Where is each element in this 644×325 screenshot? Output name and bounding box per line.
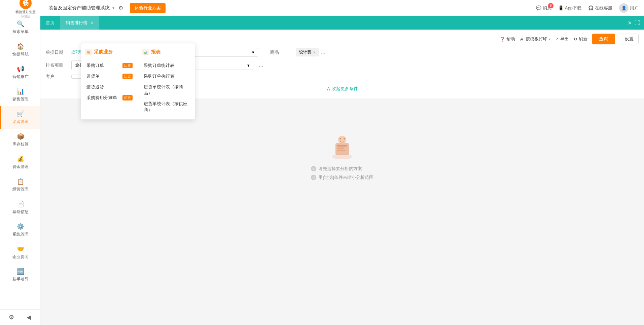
sidebar-item-enterprise[interactable]: 🤝 企业协同 [0,241,40,264]
tab-expand-icon[interactable]: ⛶ [635,20,640,26]
main-layout: 🔍 搜索菜单 🏠 快捷导航 📢 营销推广 📊 销售管理 🛒 采购管理 📦 库存核… [0,16,644,325]
tab-close-all-icon[interactable]: ✕ [628,20,632,26]
sidebar-item-guide[interactable]: 🆕 新手引导 [0,264,40,286]
status-select[interactable]: ▾ [191,48,258,57]
refresh-icon: ↻ [574,37,577,42]
collapse-up-icon: ⋀ [327,86,330,91]
goods-tag: 设计费 × [296,48,319,56]
system-title-area: 装备及固定资产辅助管理系统 ▾ ⚙ 体验行业方案 [48,3,536,13]
query-button[interactable]: 查询 [592,34,615,44]
svg-point-6 [339,138,341,139]
user-item[interactable]: 👤 用户 [619,3,639,13]
sidebar-item-search[interactable]: 🔍 搜索菜单 [0,16,40,39]
empty-text-2: ② 用[过滤]条件来缩小分析范围 [311,174,373,180]
title-dropdown-arrow[interactable]: ▾ [112,6,114,10]
online-service-label: 在线客服 [595,5,612,11]
goods-label: 商品 [270,49,290,55]
sidebar-label-finance: 资金管理 [12,164,29,170]
report-section-title: 📊 报表 [142,47,191,57]
sidebar: 🔍 搜索菜单 🏠 快捷导航 📢 营销推广 📊 销售管理 🛒 采购管理 📦 库存核… [0,16,40,325]
sidebar-item-quick-nav[interactable]: 🏠 快捷导航 [0,39,40,61]
user-label: 用户 [630,5,639,11]
logo-area: 畅 畅捷通好生意 标准版 [5,0,46,19]
settings-button[interactable]: 设置 [620,34,639,44]
dropdown-item-report-3[interactable]: 进货单统计表（按供应商） [142,98,191,115]
purchase-section-title: ⊞ 采购业务 [85,47,134,57]
guide-icon: 🆕 [17,268,24,275]
svg-point-7 [344,138,345,139]
sidebar-label-marketing: 营销推广 [12,74,29,80]
help-icon: ❓ [500,37,505,42]
sidebar-collapse-btn[interactable]: ◀ [27,314,31,321]
dropdown-item-purchase-expense[interactable]: 采购费用分摊单 历史 [85,92,134,103]
app-download-label: App下载 [565,5,581,11]
system-icon: ⚙️ [17,223,24,230]
sidebar-item-basic-info[interactable]: 📄 基础信息 [0,196,40,219]
system-settings-icon[interactable]: ⚙ [117,3,124,12]
phone-icon: 📱 [558,5,564,10]
content-area: 首页 销售排行榜 ✕ ✕ ⛶ ❓ 帮助 [40,16,644,325]
industry-button[interactable]: 体验行业方案 [130,3,166,13]
sidebar-item-finance[interactable]: 💰 资金管理 [0,151,40,174]
dropdown-menu: ⊞ 采购业务 采购订单 历史 进货单 历史 进 [81,43,195,120]
header-right: 💬 消息 9 📱 App下载 🎧 在线客服 👤 用户 [536,3,639,13]
sidebar-settings-btn[interactable]: ⚙ [9,314,14,321]
sidebar-bottom: ⚙ ◀ [0,309,40,325]
history-badge-1: 历史 [122,74,133,79]
notification-icon: 💬 [536,5,541,10]
dropdown-item-report-2[interactable]: 进货单统计表（按商品） [142,82,191,98]
purchase-icon: 🛒 [17,110,24,118]
dropdown-item-purchase-order[interactable]: 采购订单 历史 [85,60,134,71]
dropdown-item-purchase-receipt[interactable]: 进货单 历史 [85,71,134,82]
goods-tag-value: 设计费 [299,49,311,55]
rank-label: 排名项目 [46,62,66,68]
dropdown-purchase-col: ⊞ 采购业务 采购订单 历史 进货单 历史 进 [81,47,138,115]
logo-text: 畅捷通好生意 标准版 [15,10,36,19]
export-button[interactable]: ↗ 导出 [555,36,569,42]
sidebar-label-guide: 新手引导 [12,277,29,282]
enterprise-icon: 🤝 [17,245,24,253]
empty-illustration [325,128,359,162]
salesman-select-arrow: ▾ [247,63,250,68]
inventory-icon: 📦 [17,133,24,140]
status-select-arrow: ▾ [252,50,254,55]
print-dropdown-icon[interactable]: ▾ [549,37,550,41]
date-period-7[interactable]: 近7天 [71,49,82,55]
notification-item[interactable]: 💬 消息 9 [536,5,551,11]
goods-tag-close-icon[interactable]: × [313,50,316,55]
help-button[interactable]: ❓ 帮助 [500,36,515,42]
dropdown-item-report-1[interactable]: 采购订单执行表 [142,71,191,82]
marketing-icon: 📢 [17,65,24,73]
svg-rect-3 [337,148,344,149]
collapse-button[interactable]: ⋀ 收起更多条件 [327,86,358,92]
salesman-more-icon[interactable]: ... [259,62,263,68]
refresh-button[interactable]: ↻ 刷新 [574,36,587,42]
finance-icon: 💰 [17,155,24,163]
system-title: 装备及固定资产辅助管理系统 [48,5,110,11]
app-download-item[interactable]: 📱 App下载 [558,5,581,11]
sidebar-item-inventory[interactable]: 📦 库存核算 [0,129,40,151]
dropdown-item-purchase-return[interactable]: 进货退货 [85,82,134,92]
sidebar-item-marketing[interactable]: 📢 营销推广 [0,61,40,84]
sidebar-item-operations[interactable]: 📋 经营管理 [0,174,40,196]
tab-sales-rank[interactable]: 销售排行榜 ✕ [60,16,99,30]
empty-text-1: ① 请先选择要分析的方案 [311,166,373,172]
sidebar-item-purchase[interactable]: 🛒 采购管理 [0,106,40,129]
goods-more-icon[interactable]: ... [321,49,325,55]
tab-close-icon[interactable]: ✕ [90,21,94,25]
headset-icon: 🎧 [588,5,594,10]
top-header: 畅 畅捷通好生意 标准版 装备及固定资产辅助管理系统 ▾ ⚙ 体验行业方案 💬 … [0,0,644,16]
sidebar-label-search: 搜索菜单 [12,29,29,35]
sidebar-label-operations: 经营管理 [12,187,29,192]
sidebar-item-system[interactable]: ⚙️ 系统管理 [0,219,40,241]
dropdown-report-col: 📊 报表 采购订单统计表 采购订单执行表 进货单统计表（按商品） [138,47,195,115]
salesman-select[interactable]: ▾ [186,61,253,70]
history-badge-3: 历史 [122,95,133,100]
operations-icon: 📋 [17,178,24,185]
sidebar-item-sales[interactable]: 📊 销售管理 [0,84,40,106]
customer-label: 客户 [46,74,66,80]
online-service-item[interactable]: 🎧 在线客服 [588,5,612,11]
dropdown-item-report-0[interactable]: 采购订单统计表 [142,60,191,71]
print-button[interactable]: 🖨 按模板打印 ▾ [520,36,550,42]
sidebar-label-system: 系统管理 [12,232,29,237]
